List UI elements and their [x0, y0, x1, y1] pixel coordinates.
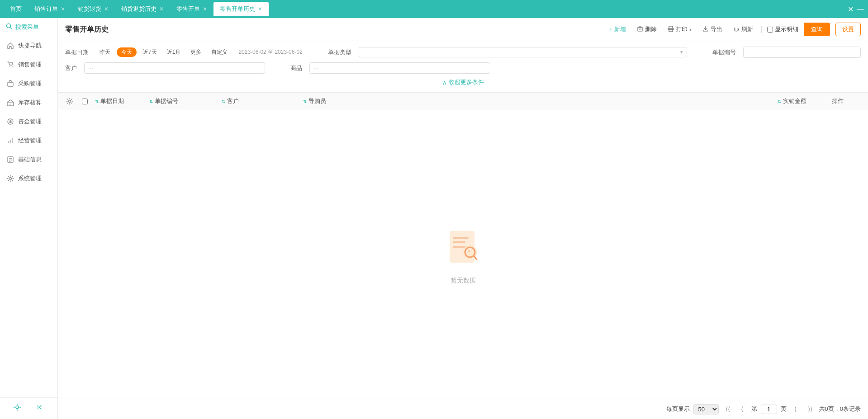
- toolbar: + 新增 删除 打印 ▾: [607, 23, 861, 36]
- date-today-btn[interactable]: 今天: [117, 47, 137, 57]
- refresh-button[interactable]: 刷新: [730, 24, 756, 35]
- export-icon: [702, 26, 709, 33]
- svg-rect-9: [10, 140, 11, 143]
- home-icon: [6, 42, 14, 50]
- delete-button[interactable]: 删除: [634, 24, 659, 35]
- tab-sales-return-close[interactable]: ✕: [104, 6, 109, 12]
- col-guide[interactable]: ⇅ 导购员: [299, 97, 354, 105]
- col-guide-label: 导购员: [308, 97, 326, 105]
- export-button-label: 导出: [711, 25, 722, 33]
- col-customer-label: 客户: [227, 97, 239, 105]
- doc-type-arrow: ▾: [680, 49, 683, 55]
- select-all-checkbox[interactable]: [82, 99, 88, 104]
- date-1month-btn[interactable]: 近1月: [163, 47, 185, 57]
- sidebar-item-operations[interactable]: 经营管理: [0, 131, 57, 150]
- col-customer[interactable]: ⇅ 客户: [218, 97, 299, 105]
- display-detail-input[interactable]: [767, 27, 773, 33]
- filter-row-1: 单据日期 昨天 今天 近7天 近1月 更多 自定义 2023-06-02 至 2…: [65, 47, 861, 58]
- date-filter-label: 单据日期: [65, 48, 89, 56]
- customer-select[interactable]: ···: [84, 62, 265, 74]
- export-button[interactable]: 导出: [700, 24, 725, 35]
- refresh-icon: [733, 26, 740, 33]
- svg-rect-10: [12, 138, 13, 143]
- svg-rect-8: [8, 141, 9, 143]
- tab-retail-open[interactable]: 零售开单 ✕: [170, 2, 213, 16]
- tab-sales-order-label: 销售订单: [34, 5, 58, 13]
- svg-rect-22: [669, 26, 673, 28]
- svg-point-3: [12, 66, 13, 67]
- window-close-btn[interactable]: ✕: [848, 5, 854, 14]
- collapse-bar[interactable]: ∧ 收起更多条件: [65, 78, 861, 86]
- new-button[interactable]: + 新增: [607, 24, 629, 35]
- sidebar-item-sales-mgmt[interactable]: 销售管理: [0, 55, 57, 74]
- tab-retail-open-history[interactable]: 零售开单历史 ✕: [213, 2, 269, 16]
- col-number[interactable]: ⇅ 单据编号: [146, 97, 218, 105]
- tab-bar: 首页 销售订单 ✕ 销货退货 ✕ 销货退货历史 ✕ 零售开单 ✕ 零售开单历史 …: [0, 0, 868, 18]
- tab-home[interactable]: 首页: [4, 2, 28, 16]
- sidebar-item-sys-mgmt[interactable]: 系统管理: [0, 169, 57, 188]
- sidebar-item-base-info-label: 基础信息: [18, 155, 42, 164]
- page-prev-btn[interactable]: ⟨: [737, 404, 748, 414]
- sort-num-icon: ⇅: [149, 99, 153, 104]
- tab-retail-open-history-label: 零售开单历史: [220, 5, 255, 13]
- page-next-btn[interactable]: ⟩: [790, 404, 801, 414]
- goods-select[interactable]: ···: [309, 62, 490, 74]
- col-number-label: 单据编号: [155, 97, 178, 105]
- date-more-btn[interactable]: 更多: [187, 47, 205, 57]
- svg-point-2: [9, 66, 10, 67]
- sort-guide-icon: ⇅: [303, 99, 307, 104]
- col-settings[interactable]: [62, 98, 78, 105]
- sidebar-item-sales-mgmt-label: 销售管理: [18, 61, 42, 69]
- setting-button[interactable]: 设置: [835, 23, 861, 36]
- doc-type-select[interactable]: ▾: [359, 47, 687, 57]
- goods-placeholder: ···: [313, 65, 318, 71]
- date-yesterday-btn[interactable]: 昨天: [96, 47, 114, 57]
- tab-sales-return[interactable]: 销货退货 ✕: [71, 2, 115, 16]
- tab-sales-order[interactable]: 销售订单 ✕: [28, 2, 71, 16]
- collapse-icon: ∧: [442, 79, 447, 86]
- new-button-label: + 新增: [609, 25, 626, 33]
- tab-sales-order-close[interactable]: ✕: [61, 6, 65, 12]
- page-last-btn[interactable]: ⟩⟩: [805, 404, 816, 414]
- sidebar-item-finance[interactable]: 资金管理: [0, 112, 57, 131]
- sidebar-item-quick-nav[interactable]: 快捷导航: [0, 36, 57, 55]
- query-button[interactable]: 查询: [804, 23, 830, 36]
- window-min-btn[interactable]: —: [857, 5, 864, 13]
- col-operation-label: 操作: [832, 97, 844, 105]
- date-range-display: 2023-06-02 至 2023-06-02: [238, 48, 302, 56]
- page-first-btn[interactable]: ⟨⟨: [722, 404, 733, 414]
- tab-home-label: 首页: [10, 5, 22, 13]
- svg-rect-18: [638, 28, 642, 31]
- tab-sales-return-history-close[interactable]: ✕: [159, 6, 164, 12]
- display-detail-checkbox[interactable]: 显示明细: [767, 25, 798, 33]
- print-dropdown-icon[interactable]: ▾: [689, 27, 692, 32]
- sidebar-collapse-btn[interactable]: [36, 403, 44, 414]
- doc-num-input[interactable]: [743, 47, 861, 58]
- sidebar-item-purchase-mgmt-label: 采购管理: [18, 80, 42, 88]
- date-custom-btn[interactable]: 自定义: [208, 47, 231, 57]
- page-number-input[interactable]: [761, 405, 777, 414]
- collapse-label: 收起更多条件: [449, 78, 484, 86]
- svg-rect-4: [8, 82, 13, 86]
- sidebar-item-inventory[interactable]: 库存核算: [0, 93, 57, 112]
- tab-retail-open-close[interactable]: ✕: [203, 6, 207, 12]
- tab-sales-return-label: 销货退货: [78, 5, 101, 13]
- tab-retail-open-history-close[interactable]: ✕: [258, 6, 262, 12]
- svg-point-16: [16, 406, 19, 409]
- filter-row-2: 客户 ··· 商品 ···: [65, 62, 861, 74]
- sidebar-settings-btn[interactable]: [13, 403, 21, 414]
- date-7days-btn[interactable]: 近7天: [139, 47, 161, 57]
- tab-sales-return-history[interactable]: 销货退货历史 ✕: [115, 2, 170, 16]
- sidebar-item-base-info[interactable]: 基础信息: [0, 150, 57, 169]
- sidebar-search[interactable]: 搜索采单: [0, 18, 57, 36]
- page-size-select[interactable]: 50 100 200: [693, 404, 719, 414]
- sidebar-item-purchase-mgmt[interactable]: 采购管理: [0, 74, 57, 93]
- page-total: 共0页，0条记录: [819, 405, 861, 413]
- sidebar-item-inventory-label: 库存核算: [18, 99, 42, 107]
- col-checkbox[interactable]: [78, 99, 91, 104]
- col-date[interactable]: ⇅ 单据日期: [91, 97, 146, 105]
- cart-icon: [6, 61, 14, 69]
- main-layout: 搜索采单 快捷导航 销售管理 采购管理 库存核算: [0, 18, 868, 419]
- print-button[interactable]: 打印 ▾: [665, 24, 694, 35]
- col-amount[interactable]: ⇅ 实销金额: [774, 97, 828, 105]
